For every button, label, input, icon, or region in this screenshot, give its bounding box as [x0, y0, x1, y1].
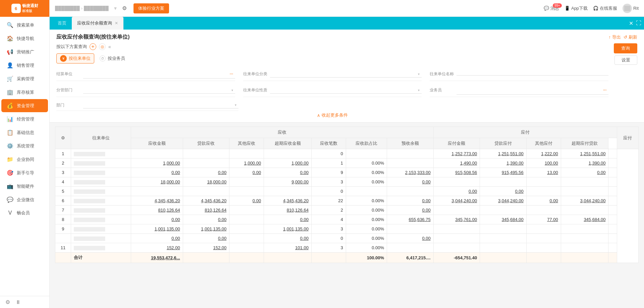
tab-close-all-icon[interactable]: ✕	[629, 20, 633, 27]
row-ar_amount[interactable]: 810,126.64	[131, 206, 183, 215]
row-ar_overdue[interactable]: 9,000.00	[264, 177, 312, 187]
tab-home[interactable]: 首页	[52, 17, 72, 30]
row-ar_count[interactable]: 0	[311, 149, 346, 159]
row-ar_loan[interactable]: 0.00	[183, 234, 229, 243]
sidebar-item-system[interactable]: ⚙️系统管理	[1, 139, 48, 152]
row-ar_amount[interactable]: 152.00	[131, 243, 183, 253]
row-ar_loan[interactable]: 0.00	[183, 215, 229, 224]
sidebar-item-operation[interactable]: 📊经营管理	[1, 113, 48, 126]
row-ap_overdue[interactable]: 1,390.00	[561, 159, 608, 168]
row-ar_other[interactable]: 0.00	[229, 168, 264, 177]
sidebar-item-marketing[interactable]: 📢营销推广	[1, 45, 48, 58]
row-ap_overdue[interactable]: 3,044,240.00	[561, 196, 608, 206]
row-ap_loan[interactable]: 1,390.00	[480, 159, 527, 168]
row-prepay[interactable]: 2,153,333.00	[387, 168, 434, 177]
row-ap_loan[interactable]: 3,044,240.00	[480, 196, 527, 206]
row-ar_ratio[interactable]: 0.00%	[346, 177, 387, 187]
row-ar_overdue[interactable]: 1,001,135.00	[264, 224, 312, 234]
row-ar_ratio[interactable]: 0.00%	[346, 243, 387, 253]
row-ar_overdue[interactable]: 1,000.00	[264, 159, 312, 168]
sidebar-item-wechat[interactable]: 💬企业微信	[1, 193, 48, 206]
row-ap_amount[interactable]: 1,252,773.00	[433, 149, 480, 159]
online-service-button[interactable]: 🎧 在线客服	[593, 5, 617, 11]
sidebar-item-search-menu[interactable]: 🔍搜索菜单	[1, 18, 48, 32]
row-ar_ratio[interactable]: 0.00%	[346, 215, 387, 224]
solution-button[interactable]: 体验行业方案	[133, 3, 169, 13]
tab-close-icon[interactable]: ✕	[115, 21, 118, 26]
filter-scheme-button[interactable]: ◎	[99, 43, 106, 50]
setting-button[interactable]: 设置	[614, 55, 637, 65]
row-ap_overdue[interactable]: 345,684.00	[561, 215, 608, 224]
filter-input-dept[interactable]: ▾	[83, 87, 235, 94]
summary-ar-amount[interactable]: 19,553,472,6...	[131, 253, 183, 263]
row-ar_ratio[interactable]: 0.00%	[346, 168, 387, 177]
filter-collapse-button[interactable]: «	[108, 44, 111, 49]
row-ap_loan[interactable]: 345,684.00	[480, 215, 527, 224]
row-ar_overdue[interactable]: 0.00	[264, 234, 312, 243]
row-ap_amount[interactable]: 1,490.00	[433, 159, 480, 168]
row-ap_loan[interactable]: 0.00	[480, 187, 527, 196]
row-ar_count[interactable]: 3	[311, 177, 346, 187]
scheme-by-unit[interactable]: ¥ 按往来单位	[56, 53, 94, 63]
sidebar-item-member[interactable]: V畅会员	[1, 207, 48, 219]
user-menu[interactable]: ██ Rit	[623, 4, 639, 13]
notification-button[interactable]: 💬 消息 99+	[544, 5, 559, 11]
app-download-button[interactable]: 📱 App下载	[565, 5, 588, 11]
row-ar_count[interactable]: 0	[311, 187, 346, 196]
row-ap_other[interactable]: 100.00	[526, 159, 561, 168]
sidebar-item-guide[interactable]: 🎯新手引导	[1, 166, 48, 179]
filter-input-unit-name[interactable]	[457, 73, 608, 76]
row-ar_count[interactable]: 4	[311, 215, 346, 224]
collapse-more-button[interactable]: ∧ 收起更多条件	[56, 111, 608, 120]
row-ar_count[interactable]: 1	[311, 159, 346, 168]
row-ar_overdue[interactable]: 101.00	[264, 243, 312, 253]
tab-expand-icon[interactable]: ⛶	[636, 20, 641, 26]
sidebar-item-hardware[interactable]: 📺智能硬件	[1, 180, 48, 193]
row-ar_overdue[interactable]: 4,345,436.20	[264, 196, 312, 206]
filter-input-unit-nature[interactable]: ▾	[270, 87, 422, 94]
row-ar_ratio[interactable]: 0.00%	[346, 224, 387, 234]
row-ar_amount[interactable]: 0.00	[131, 215, 183, 224]
row-ar_other[interactable]: 0.00	[229, 196, 264, 206]
row-ar_loan[interactable]: 0.00	[183, 168, 229, 177]
row-prepay[interactable]: 0.00	[387, 234, 434, 243]
row-ar_loan[interactable]: 810,126.64	[183, 206, 229, 215]
filter-dots-salesperson[interactable]: ···	[603, 87, 606, 93]
sidebar-item-basic[interactable]: 📋基础信息	[1, 126, 48, 139]
row-ap_other[interactable]: 13.00	[526, 168, 561, 177]
row-ar_count[interactable]: 3	[311, 224, 346, 234]
row-ar_overdue[interactable]: 810,126.64	[264, 206, 312, 215]
sidebar-item-quick-nav[interactable]: 🏠快捷导航	[1, 32, 48, 45]
row-prepay[interactable]: 0.00	[387, 206, 434, 215]
filter-input-unit-cat[interactable]: ▾	[270, 71, 422, 78]
sidebar-item-inventory[interactable]: 🏢库存核算	[1, 86, 48, 99]
row-ar_amount[interactable]: 4,345,436.20	[131, 196, 183, 206]
row-ar_amount[interactable]: 0.00	[131, 234, 183, 243]
row-ar_count[interactable]: 3	[311, 243, 346, 253]
row-ar_count[interactable]: 0	[311, 234, 346, 243]
row-ar_amount[interactable]: 1,001,135.00	[131, 224, 183, 234]
row-ap_amount[interactable]: 915,508.56	[433, 168, 480, 177]
row-ap_other[interactable]: 1,222.00	[526, 149, 561, 159]
sidebar-item-sales[interactable]: 👤销售管理	[1, 59, 48, 72]
row-ap_overdue[interactable]: 0.00	[561, 168, 608, 177]
refresh-button[interactable]: ↺ 刷新	[624, 34, 637, 40]
row-ar_ratio[interactable]: 0.00%	[346, 196, 387, 206]
filter-dots-jiesuan[interactable]: ···	[229, 71, 233, 77]
tab-receivable[interactable]: 应收应付余额查询 ✕	[72, 17, 123, 30]
row-ar_count[interactable]: 22	[311, 196, 346, 206]
scheme-by-salesperson[interactable]: ⏱ 按业务员	[100, 55, 125, 61]
row-ar_count[interactable]: 9	[311, 168, 346, 177]
row-ap_amount[interactable]: 0.00	[433, 187, 480, 196]
query-button[interactable]: 查询	[614, 43, 637, 53]
row-ar_loan[interactable]: 1,001,135.00	[183, 224, 229, 234]
row-ar_ratio[interactable]: 0.00%	[346, 206, 387, 215]
topbar-gear-icon[interactable]: ⚙	[122, 5, 127, 11]
sidebar-item-purchase[interactable]: 🛒采购管理	[1, 72, 48, 85]
row-ar_ratio[interactable]: 0.00%	[346, 159, 387, 168]
row-prepay[interactable]: 0.00	[387, 177, 434, 187]
row-ar_loan[interactable]: 152.00	[183, 243, 229, 253]
row-ap_overdue[interactable]: 1,251,551.00	[561, 149, 608, 159]
table-scroll-wrap[interactable]: ⚙ 往来单位 应收 应付 应付 应收金额 贷款应收 其他应收 超期应收金额 应收…	[55, 127, 639, 263]
filter-input-salesperson[interactable]: ···	[457, 86, 608, 95]
